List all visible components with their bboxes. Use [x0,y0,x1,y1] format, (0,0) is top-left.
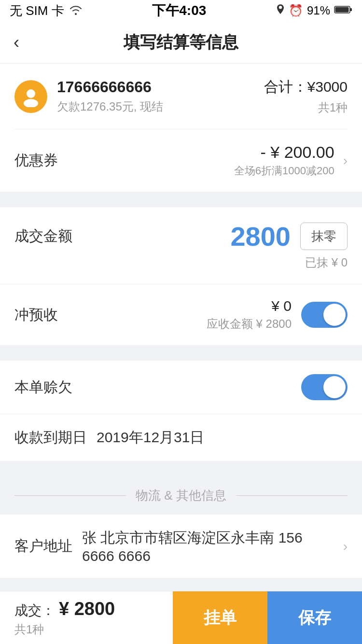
prereceive-toggle[interactable] [301,302,348,328]
svg-rect-2 [335,7,348,13]
round-button[interactable]: 抹零 [300,223,348,250]
amount-label: 成交金额 [14,226,72,246]
amount-content: 成交金额 2800 抹零 已抹 ¥ 0 [0,207,362,284]
debt-toggle[interactable] [301,374,348,400]
hang-button[interactable]: 挂单 [173,591,267,644]
svg-point-4 [24,99,38,107]
save-button[interactable]: 保存 [267,591,362,644]
coupon-right: - ¥ 200.00 全场6折满1000减200 › [234,143,348,178]
prereceive-amount-block: ¥ 0 应收金额 ¥ 2800 [207,298,292,332]
nav-bar: ‹ 填写结算等信息 [0,21,362,64]
bottom-deal-amount: ¥ 2800 [59,599,115,619]
address-row[interactable]: 客户地址 张 北京市市辖区海淀区永丰南 156 6666 6666 › [0,515,362,578]
amount-value: 2800 [230,221,291,252]
logistics-header: 物流 & 其他信息 [0,476,362,515]
customer-section: 17666666666 欠款1276.35元, 现结 合计：¥3000 共1种 … [0,64,362,192]
debt-toggle-knob [323,376,346,398]
coupon-desc: 全场6折满1000减200 [234,164,334,178]
amount-right: 2800 抹零 [230,221,348,252]
alarm-icon: ⏰ [289,4,303,17]
debt-label: 本单赊欠 [14,378,72,397]
duedate-value: 2019年12月31日 [97,428,204,448]
toggle-knob [323,304,346,326]
bottom-bar: 成交： ¥ 2800 共1种 挂单 保存 [0,591,362,644]
debt-row: 本单赊欠 [0,361,362,414]
svg-point-3 [27,89,35,98]
avatar [14,80,47,113]
customer-info: 17666666666 欠款1276.35元, 现结 [57,78,163,114]
prereceive-section: 冲预收 ¥ 0 应收金额 ¥ 2800 [0,284,362,345]
status-right: ⏰ 91% [276,4,352,17]
back-button[interactable]: ‹ [14,32,19,53]
coupon-info: - ¥ 200.00 全场6折满1000减200 [234,143,334,178]
coupon-label: 优惠券 [14,151,58,170]
address-arrow-icon: › [343,539,348,554]
prereceive-row: 冲预收 ¥ 0 应收金额 ¥ 2800 [14,298,348,332]
logistics-line-right [236,495,348,496]
amount-section: 成交金额 2800 抹零 已抹 ¥ 0 冲预收 ¥ 0 应收金额 ¥ 2800 [0,207,362,345]
wifi-icon [69,3,83,18]
status-bar: 无 SIM 卡 下午4:03 ⏰ 91% [0,0,362,21]
customer-left: 17666666666 欠款1276.35元, 现结 [14,78,163,114]
customer-total-section: 合计：¥3000 共1种 [264,77,348,115]
prereceive-label: 冲预收 [14,305,58,325]
location-icon [276,4,285,17]
coupon-amount: - ¥ 200.00 [234,143,334,162]
logistics-line-left [14,495,126,496]
customer-debt: 欠款1276.35元, 现结 [57,99,163,114]
svg-rect-1 [350,8,352,11]
duedate-label: 收款到期日 [14,428,87,448]
gray-separator-2 [0,353,362,361]
battery-text: 91% [307,4,330,17]
coupon-row[interactable]: 优惠券 - ¥ 200.00 全场6折满1000减200 › [0,129,362,192]
status-left: 无 SIM 卡 [10,2,83,19]
debt-section: 本单赊欠 收款到期日 2019年12月31日 [0,361,362,461]
page-title: 填写结算等信息 [124,31,238,54]
amount-sub: 已抹 ¥ 0 [14,255,348,270]
bottom-deal-label: 成交： [14,602,55,620]
bottom-summary: 成交： ¥ 2800 共1种 [0,599,173,637]
gray-separator-3 [0,469,362,476]
address-value: 张 北京市市辖区海淀区永丰南 156 6666 6666 [82,528,338,564]
customer-count: 共1种 [264,100,348,115]
address-key: 客户地址 [14,536,72,556]
amount-row: 成交金额 2800 抹零 [14,221,348,252]
bottom-count: 共1种 [14,622,158,637]
customer-phone: 17666666666 [57,78,163,96]
battery-icon [334,4,352,17]
prereceive-sub: 应收金额 ¥ 2800 [207,316,292,332]
logistics-label: 物流 & 其他信息 [136,487,226,504]
customer-row: 17666666666 欠款1276.35元, 现结 合计：¥3000 共1种 [0,64,362,129]
prereceive-amount: ¥ 0 [207,298,292,314]
gray-separator [0,199,362,207]
duedate-row: 收款到期日 2019年12月31日 [0,414,362,461]
prereceive-right: ¥ 0 应收金额 ¥ 2800 [207,298,348,332]
coupon-arrow-icon: › [343,153,348,168]
bottom-deal-row: 成交： ¥ 2800 [14,599,158,620]
status-time: 下午4:03 [152,1,206,20]
signal-text: 无 SIM 卡 [10,2,64,19]
customer-total: 合计：¥3000 [264,77,348,97]
